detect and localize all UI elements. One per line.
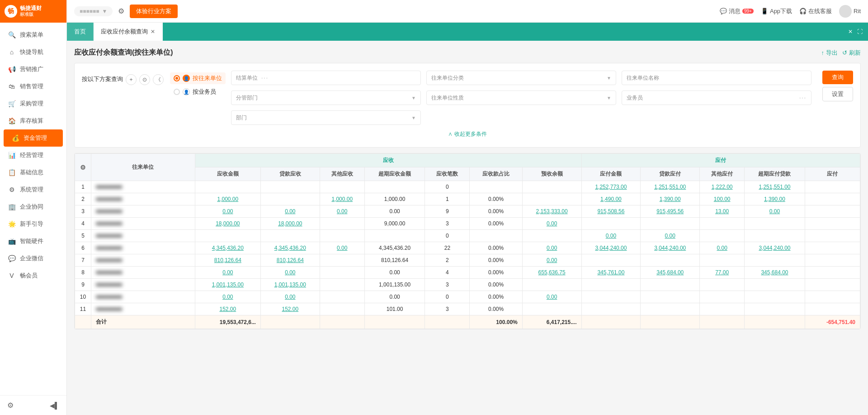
- other-rec[interactable]: [320, 291, 364, 303]
- other-pay[interactable]: [700, 218, 745, 230]
- other-pay[interactable]: 100.00: [700, 193, 745, 205]
- prepaid[interactable]: [522, 230, 581, 242]
- refresh-button[interactable]: ↺ 刷新: [842, 49, 861, 57]
- prepaid[interactable]: 0.00: [522, 254, 581, 267]
- sidebar-collapse-icon[interactable]: ◀▌: [50, 402, 59, 409]
- partner-name-field[interactable]: 往来单位名称: [622, 71, 811, 85]
- pay-amount[interactable]: [581, 279, 641, 291]
- overdue-pay[interactable]: 0.00: [745, 205, 805, 218]
- loan-pay[interactable]: 1,390.00: [641, 193, 700, 205]
- other-pay[interactable]: [700, 303, 745, 315]
- solution-button[interactable]: 体验行业方案: [130, 5, 178, 18]
- other-rec[interactable]: [320, 254, 364, 267]
- other-rec[interactable]: [320, 181, 364, 193]
- overdue-pay[interactable]: 345,684.00: [745, 267, 805, 279]
- overdue-pay[interactable]: [745, 218, 805, 230]
- loan-rec[interactable]: 18,000.00: [260, 218, 320, 230]
- pay-amount[interactable]: 1,490.00: [581, 193, 641, 205]
- settlement-unit-field[interactable]: 结算单位 ···: [231, 71, 421, 85]
- loan-rec[interactable]: 152.00: [260, 303, 320, 315]
- loan-pay[interactable]: 1,251,551.00: [641, 181, 700, 193]
- sidebar-item-finance[interactable]: 💰 资金管理: [4, 129, 63, 147]
- filter-settings-btn[interactable]: ⊙: [139, 74, 150, 85]
- pay-amount[interactable]: [581, 254, 641, 267]
- pay-amount[interactable]: 915,508.56: [581, 205, 641, 218]
- loan-pay[interactable]: 3,044,240.00: [641, 242, 700, 254]
- loan-rec[interactable]: 0.00: [260, 205, 320, 218]
- pay-amount[interactable]: [581, 303, 641, 315]
- loan-rec[interactable]: 0.00: [260, 291, 320, 303]
- loan-rec[interactable]: [260, 193, 320, 205]
- tab-home[interactable]: 首页: [67, 23, 94, 41]
- rec-amount[interactable]: [195, 230, 260, 242]
- pay-amount[interactable]: 3,044,240.00: [581, 242, 641, 254]
- rec-amount[interactable]: 1,001,135.00: [195, 279, 260, 291]
- loan-pay[interactable]: [641, 291, 700, 303]
- sidebar-item-operation[interactable]: 📊 经营管理: [0, 147, 66, 164]
- rec-amount[interactable]: 4,345,436.20: [195, 242, 260, 254]
- sidebar-item-system[interactable]: ⚙ 系统管理: [0, 181, 66, 198]
- filter-by-partner[interactable]: 👤 按往来单位: [170, 72, 226, 84]
- partner-nature-field[interactable]: 往来单位性质 ▼: [426, 91, 616, 105]
- rec-amount[interactable]: 0.00: [195, 267, 260, 279]
- loan-pay[interactable]: 345,684.00: [641, 267, 700, 279]
- filter-by-employee[interactable]: 👤 按业务员: [170, 86, 226, 98]
- loan-rec[interactable]: [260, 230, 320, 242]
- maximize-icon[interactable]: ⛶: [857, 29, 863, 35]
- add-filter-btn[interactable]: +: [126, 74, 137, 85]
- tab-balance-query[interactable]: 应收应付余额查询 ✕: [94, 23, 163, 41]
- overdue-pay[interactable]: 1,390.00: [745, 193, 805, 205]
- sidebar-item-inventory[interactable]: 🏠 库存核算: [0, 112, 66, 129]
- loan-pay[interactable]: 0.00: [641, 230, 700, 242]
- other-rec[interactable]: 0.00: [320, 205, 364, 218]
- pay-amount[interactable]: 345,761.00: [581, 267, 641, 279]
- overdue-pay[interactable]: 3,044,240.00: [745, 242, 805, 254]
- other-rec[interactable]: [320, 303, 364, 315]
- loan-rec[interactable]: 4,345,436.20: [260, 242, 320, 254]
- loan-pay[interactable]: [641, 279, 700, 291]
- settings-button[interactable]: 设置: [822, 87, 853, 101]
- sidebar-item-marketing[interactable]: 📢 营销推广: [0, 61, 66, 78]
- loan-rec[interactable]: [260, 181, 320, 193]
- col-settings-header[interactable]: ⚙: [75, 154, 91, 181]
- other-rec[interactable]: [320, 267, 364, 279]
- overdue-pay[interactable]: [745, 230, 805, 242]
- dept-managed-field[interactable]: 分管部门 ▼: [231, 91, 421, 105]
- rec-amount[interactable]: 18,000.00: [195, 218, 260, 230]
- other-pay[interactable]: [700, 230, 745, 242]
- rec-amount[interactable]: [195, 181, 260, 193]
- prepaid[interactable]: 2,153,333.00: [522, 205, 581, 218]
- sidebar-item-member[interactable]: V 畅会员: [0, 267, 66, 284]
- prepaid[interactable]: [522, 181, 581, 193]
- overdue-pay[interactable]: [745, 254, 805, 267]
- sidebar-item-quicknav[interactable]: ⌂ 快捷导航: [0, 43, 66, 61]
- pay-amount[interactable]: [581, 291, 641, 303]
- prepaid[interactable]: 0.00: [522, 218, 581, 230]
- overdue-pay[interactable]: [745, 291, 805, 303]
- sidebar-item-basic[interactable]: 📋 基础信息: [0, 164, 66, 181]
- pay-amount[interactable]: [581, 218, 641, 230]
- other-pay[interactable]: 77.00: [700, 267, 745, 279]
- loan-pay[interactable]: 915,495.56: [641, 205, 700, 218]
- loan-rec[interactable]: 0.00: [260, 267, 320, 279]
- prepaid[interactable]: [522, 193, 581, 205]
- prepaid[interactable]: 0.00: [522, 291, 581, 303]
- other-rec[interactable]: 0.00: [320, 242, 364, 254]
- online-service-button[interactable]: 🎧 在线客服: [799, 7, 832, 15]
- overdue-pay[interactable]: [745, 279, 805, 291]
- other-rec[interactable]: [320, 279, 364, 291]
- rec-amount[interactable]: 0.00: [195, 205, 260, 218]
- other-pay[interactable]: 0.00: [700, 242, 745, 254]
- export-button[interactable]: ↑ 导出: [821, 49, 838, 57]
- dept-field[interactable]: 部门 ▼: [231, 110, 421, 125]
- filter-collapse-toggle[interactable]: ∧ 收起更多条件: [82, 129, 853, 140]
- other-rec[interactable]: [320, 218, 364, 230]
- loan-pay[interactable]: [641, 303, 700, 315]
- filter-collapse-btn[interactable]: 《: [153, 74, 164, 85]
- tab-close-icon[interactable]: ✕: [151, 29, 155, 35]
- other-rec[interactable]: 1,000.00: [320, 193, 364, 205]
- other-pay[interactable]: 1,222.00: [700, 181, 745, 193]
- sidebar-item-purchase[interactable]: 🛒 采购管理: [0, 95, 66, 112]
- messages-button[interactable]: 💬 消息 99+: [720, 7, 754, 15]
- sidebar-item-search[interactable]: 🔍 搜索菜单: [0, 26, 66, 43]
